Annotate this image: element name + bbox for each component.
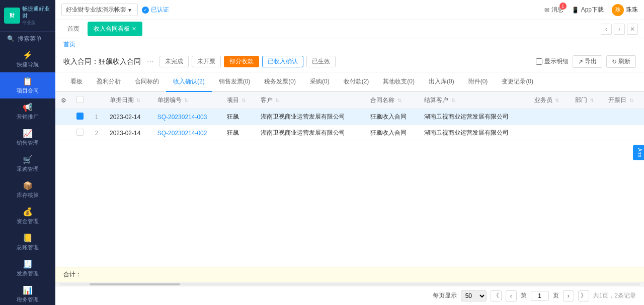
last-page-btn[interactable]: 》 <box>578 290 589 301</box>
inventory-icon: 📦 <box>23 181 33 190</box>
tab-other-income[interactable]: 其他收支(0) <box>376 72 422 92</box>
col-customer-header[interactable]: 客户 ⇅ <box>256 92 366 109</box>
export-icon: ↗ <box>578 58 583 65</box>
col-order-no-header[interactable]: 单据编号 ⇅ <box>152 92 222 109</box>
floating-arm-btn[interactable]: Arm <box>633 145 644 160</box>
app-download-btn[interactable]: 📱 App下载 <box>572 6 604 14</box>
page-label-suffix: 页 <box>553 291 559 300</box>
app-name: 畅捷通好业财 <box>22 5 51 20</box>
status-partial-receipt[interactable]: 部分收款 <box>224 56 259 67</box>
tab-next-btn[interactable]: › <box>614 24 625 35</box>
summary-label: 合计： <box>63 270 82 279</box>
search-menu[interactable]: 🔍 搜索菜单 <box>0 32 55 46</box>
cell-contract-name: 狂飙收入合同 <box>365 109 419 125</box>
sidebar-item-project-contract[interactable]: 📋 项目合同 <box>0 72 55 98</box>
order-no-link[interactable]: SQ-20230214-002 <box>157 130 207 137</box>
current-page-input[interactable]: 1 <box>531 291 549 301</box>
sort-open-date-icon: ⇅ <box>629 97 633 103</box>
breadcrumb[interactable]: 首页 <box>63 40 75 49</box>
more-options-icon[interactable]: ··· <box>147 57 153 66</box>
scrollbar-thumb[interactable] <box>90 283 180 285</box>
export-btn[interactable]: ↗ 导出 <box>573 55 602 68</box>
show-detail-checkbox[interactable] <box>536 58 542 65</box>
user-area[interactable]: 珠 珠珠 <box>612 4 638 16</box>
show-detail-checkbox-area[interactable]: 显示明细 <box>536 57 569 66</box>
tab-payment[interactable]: 收付款(2) <box>337 72 376 92</box>
company-selector[interactable]: 好业财专业版演示帐套 ▾ <box>61 4 138 16</box>
status-uninvoiced[interactable]: 未开票 <box>192 56 221 67</box>
cell-date: 2023-02-14 <box>105 109 152 125</box>
select-all-checkbox[interactable] <box>76 96 84 103</box>
col-contract-name-header[interactable]: 合同名称 ⇅ <box>365 92 419 109</box>
sidebar-item-general-ledger[interactable]: 📒 总账管理 <box>0 229 55 255</box>
cell-project: 狂飙 <box>222 109 256 125</box>
col-settings[interactable]: ⚙ <box>55 92 71 109</box>
sort-order-no-icon: ⇅ <box>184 97 188 103</box>
first-page-btn[interactable]: 《 <box>491 290 502 301</box>
sidebar-item-inventory[interactable]: 📦 库存核算 <box>0 177 55 203</box>
sidebar-item-sales[interactable]: 📈 销售管理 <box>0 125 55 151</box>
tab-close-icon[interactable]: ✕ <box>132 26 136 32</box>
tab-home[interactable]: 首页 <box>61 22 86 36</box>
tab-change-records[interactable]: 变更记录(0) <box>495 72 540 92</box>
main-area: 好业财专业版演示帐套 ▾ 已认证 ✉ 消息 1 📱 App下载 珠 珠珠 <box>55 0 644 305</box>
message-btn[interactable]: ✉ 消息 1 <box>544 6 564 14</box>
tab-contract-board-label: 收入合同看板 <box>94 25 130 33</box>
cell-department <box>570 109 604 125</box>
tax-icon: 📊 <box>23 285 33 295</box>
company-name: 好业财专业版演示帐套 <box>66 6 126 14</box>
col-num-header <box>89 92 105 109</box>
col-project-header[interactable]: 项目 ⇅ <box>222 92 256 109</box>
status-confirmed[interactable]: 已收入确认 <box>262 56 303 67</box>
page-title: 收入合同：狂飙收入合同 <box>63 57 141 66</box>
username: 珠珠 <box>626 6 638 14</box>
col-settle-customer-header[interactable]: 结算客户 ⇅ <box>419 92 529 109</box>
col-department-header[interactable]: 部门 ⇅ <box>570 92 604 109</box>
data-table: ⚙ 单据日期 ⇅ 单据编号 ⇅ 项目 ⇅ 客户 ⇅ 合同名称 ⇅ 结算客户 ⇅ … <box>55 92 644 141</box>
prev-page-btn[interactable]: ‹ <box>506 290 517 301</box>
tab-income-confirm[interactable]: 收入确认(2) <box>166 72 212 92</box>
refresh-label: 刷新 <box>618 57 630 66</box>
cell-checkbox[interactable] <box>71 125 89 141</box>
tab-profit-analysis[interactable]: 盈利分析 <box>90 72 128 92</box>
tab-contract-board[interactable]: 收入合同看板 ✕ <box>88 22 142 36</box>
table-row[interactable]: 1 2023-02-14 SQ-20230214-003 狂飙 湖南卫视商业运营… <box>55 109 644 125</box>
tab-attachments[interactable]: 附件(0) <box>461 72 495 92</box>
page-content: 首页 收入合同：狂飙收入合同 ··· 未完成 未开票 部分收款 已收入确认 已生… <box>55 38 644 305</box>
scrollbar-area[interactable] <box>55 282 644 286</box>
cell-order-no[interactable]: SQ-20230214-003 <box>152 109 222 125</box>
page-actions: 显示明细 ↗ 导出 ↻ 刷新 <box>536 55 636 68</box>
per-page-select[interactable]: 50 100 200 <box>461 290 487 301</box>
show-detail-label: 显示明细 <box>544 57 569 66</box>
tab-sales-invoice[interactable]: 销售发票(0) <box>212 72 258 92</box>
cell-open-date <box>603 109 644 125</box>
logo-text-area: 畅捷通好业财 专业版 <box>22 5 51 26</box>
tab-kanban[interactable]: 看板 <box>63 72 90 92</box>
status-unfinished[interactable]: 未完成 <box>159 56 189 67</box>
col-salesperson-header[interactable]: 业务员 ⇅ <box>529 92 570 109</box>
tab-close-all-btn[interactable]: ✕ <box>627 24 638 35</box>
invoice-label: 发票管理 <box>17 270 39 277</box>
refresh-btn[interactable]: ↻ 刷新 <box>606 55 636 68</box>
tab-contract-subject[interactable]: 合同标的 <box>128 72 166 92</box>
status-group: 未完成 未开票 部分收款 已收入确认 已生效 <box>159 56 336 67</box>
table-row[interactable]: 2 2023-02-14 SQ-20230214-002 狂飙 湖南卫视商业运营… <box>55 125 644 141</box>
next-page-btn[interactable]: › <box>563 290 574 301</box>
tab-tax-invoice[interactable]: 税务发票(0) <box>257 72 303 92</box>
sidebar-item-fund[interactable]: 💰 资金管理 <box>0 203 55 229</box>
col-open-date-header[interactable]: 开票日 ⇅ <box>603 92 644 109</box>
logo-icon: 财 <box>4 8 20 24</box>
sidebar-item-invoice[interactable]: 🧾 发票管理 <box>0 255 55 281</box>
tab-in-out-storage[interactable]: 出入库(0) <box>422 72 461 92</box>
status-effective[interactable]: 已生效 <box>306 56 336 67</box>
sidebar-item-quick-nav[interactable]: ⚡ 快捷导航 <box>0 46 55 72</box>
sidebar-item-purchase[interactable]: 🛒 采购管理 <box>0 151 55 177</box>
tab-prev-btn[interactable]: ‹ <box>601 24 612 35</box>
cell-order-no[interactable]: SQ-20230214-002 <box>152 125 222 141</box>
order-no-link[interactable]: SQ-20230214-003 <box>157 114 207 121</box>
tab-purchase[interactable]: 采购(0) <box>303 72 337 92</box>
col-date-header[interactable]: 单据日期 ⇅ <box>105 92 152 109</box>
cell-checkbox[interactable] <box>71 109 89 125</box>
sidebar-item-marketing[interactable]: 📢 营销推广 <box>0 98 55 125</box>
sidebar-item-tax[interactable]: 📊 税务管理 <box>0 281 55 305</box>
